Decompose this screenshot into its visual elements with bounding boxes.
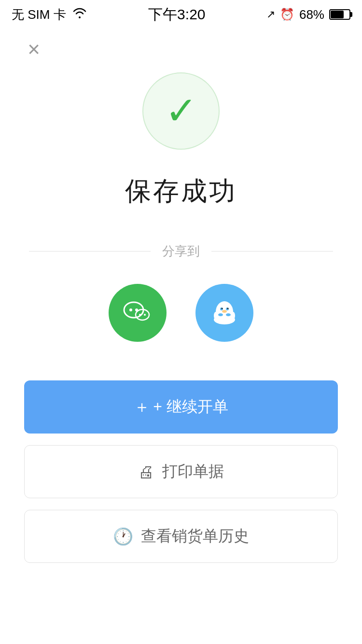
- svg-point-13: [227, 308, 229, 309]
- print-label: 打印单据: [162, 461, 224, 482]
- svg-point-3: [136, 309, 149, 320]
- action-buttons: ＋ + 继续开单 🖨 打印单据 🕐 查看销货单历史: [0, 380, 362, 563]
- share-section: 分享到: [0, 243, 362, 342]
- qq-icon: [209, 297, 240, 328]
- svg-point-4: [139, 314, 141, 316]
- clock-icon: 🕐: [113, 527, 133, 546]
- svg-point-12: [222, 308, 223, 309]
- svg-point-16: [231, 312, 235, 320]
- divider-right: [211, 251, 333, 252]
- battery-icon: [329, 9, 350, 20]
- history-button[interactable]: 🕐 查看销货单历史: [24, 510, 338, 563]
- success-icon-circle: ✓: [142, 72, 220, 150]
- svg-point-9: [226, 313, 231, 316]
- status-left: 无 SIM 卡: [12, 6, 87, 23]
- status-right: ↗ ⏰ 68%: [266, 7, 350, 22]
- no-sim-text: 无 SIM 卡: [12, 6, 66, 23]
- plus-icon: ＋: [134, 396, 150, 418]
- divider-row: 分享到: [0, 243, 362, 260]
- history-label: 查看销货单历史: [141, 526, 249, 547]
- share-label: 分享到: [151, 243, 211, 260]
- status-time: 下午3:20: [148, 5, 205, 25]
- print-button[interactable]: 🖨 打印单据: [24, 445, 338, 498]
- main-content: ✓ 保存成功 分享到: [0, 29, 362, 563]
- checkmark-icon: ✓: [165, 92, 197, 130]
- share-icons-row: [109, 284, 253, 342]
- continue-label: + 继续开单: [153, 396, 228, 418]
- svg-point-15: [214, 312, 218, 320]
- svg-point-8: [218, 313, 223, 316]
- wechat-share-button[interactable]: [109, 284, 167, 342]
- continue-button[interactable]: ＋ + 继续开单: [24, 380, 338, 434]
- location-icon: ↗: [266, 8, 275, 21]
- divider-left: [29, 251, 151, 252]
- svg-point-1: [129, 308, 132, 311]
- success-title: 保存成功: [125, 174, 237, 209]
- svg-point-5: [144, 314, 146, 316]
- qq-share-button[interactable]: [195, 284, 253, 342]
- status-bar: 无 SIM 卡 下午3:20 ↗ ⏰ 68%: [0, 0, 362, 29]
- printer-icon: 🖨: [138, 462, 154, 481]
- wifi-icon: [72, 7, 87, 22]
- close-icon: ×: [28, 39, 40, 60]
- alarm-icon: ⏰: [280, 8, 294, 21]
- close-button[interactable]: ×: [19, 35, 48, 64]
- battery-percent: 68%: [299, 7, 324, 22]
- svg-point-14: [222, 310, 227, 313]
- wechat-icon: [122, 299, 153, 326]
